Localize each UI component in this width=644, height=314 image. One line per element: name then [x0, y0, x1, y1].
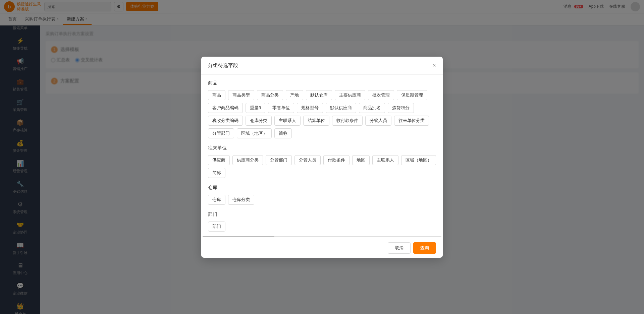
field-tag-商品类型[interactable]: 商品类型 [228, 90, 254, 100]
field-tags-goods: 商品商品类型商品分类产地默认仓库主要供应商批次管理保质期管理客户商品编码重量3零… [208, 90, 436, 138]
hscroll-thumb[interactable] [203, 236, 274, 237]
field-tag-重量3[interactable]: 重量3 [246, 103, 265, 113]
section-title-warehouse: 仓库 [208, 185, 436, 191]
field-tags-warehouse: 仓库仓库分类 [208, 195, 436, 205]
field-tag-分管人员[interactable]: 分管人员 [365, 116, 391, 126]
field-tag-分管人员[interactable]: 分管人员 [294, 155, 321, 165]
cancel-button[interactable]: 取消 [388, 242, 411, 254]
section-title-department: 部门 [208, 211, 436, 217]
modal-overlay: 分组待选字段 × 商品商品商品类型商品分类产地默认仓库主要供应商批次管理保质期管… [0, 0, 644, 314]
field-tag-简称[interactable]: 简称 [274, 128, 292, 138]
field-tag-客户商品编码[interactable]: 客户商品编码 [208, 103, 243, 113]
field-select-modal: 分组待选字段 × 商品商品商品类型商品分类产地默认仓库主要供应商批次管理保质期管… [201, 57, 443, 258]
modal-close-button[interactable]: × [432, 62, 436, 69]
field-tag-商品分类[interactable]: 商品分类 [257, 90, 283, 100]
field-tag-往来单位分类[interactable]: 往来单位分类 [394, 116, 429, 126]
field-tag-主联系人[interactable]: 主联系人 [274, 116, 301, 126]
field-tag-部门[interactable]: 部门 [208, 222, 225, 232]
field-tag-商品别名[interactable]: 商品别名 [359, 103, 385, 113]
field-tag-分管部门[interactable]: 分管部门 [266, 155, 292, 165]
modal-title: 分组待选字段 [208, 62, 238, 69]
field-tag-地区[interactable]: 地区 [352, 155, 370, 165]
field-tag-默认仓库[interactable]: 默认仓库 [306, 90, 332, 100]
field-tag-区域（地区）[interactable]: 区域（地区） [401, 155, 436, 165]
field-tag-规格型号[interactable]: 规格型号 [297, 103, 323, 113]
field-tag-结算单位[interactable]: 结算单位 [303, 116, 329, 126]
field-tag-批次管理[interactable]: 批次管理 [368, 90, 394, 100]
field-tags-partner: 供应商供应商分类分管部门分管人员付款条件地区主联系人区域（地区）简称 [208, 155, 436, 178]
confirm-button[interactable]: 查询 [413, 242, 436, 254]
field-tag-供应商分类[interactable]: 供应商分类 [232, 155, 263, 165]
field-section-warehouse: 仓库仓库仓库分类 [208, 185, 436, 205]
modal-hscroll[interactable] [201, 235, 443, 238]
modal-header: 分组待选字段 × [201, 57, 443, 75]
field-tag-保质期管理[interactable]: 保质期管理 [397, 90, 427, 100]
field-section-goods: 商品商品商品类型商品分类产地默认仓库主要供应商批次管理保质期管理客户商品编码重量… [208, 80, 436, 138]
field-tag-仓库分类[interactable]: 仓库分类 [246, 116, 272, 126]
field-section-department: 部门部门 [208, 211, 436, 232]
section-title-partner: 往来单位 [208, 145, 436, 151]
field-tag-零售单位[interactable]: 零售单位 [268, 103, 294, 113]
field-tag-默认供应商[interactable]: 默认供应商 [326, 103, 356, 113]
field-section-partner: 往来单位供应商供应商分类分管部门分管人员付款条件地区主联系人区域（地区）简称 [208, 145, 436, 178]
modal-body[interactable]: 商品商品商品类型商品分类产地默认仓库主要供应商批次管理保质期管理客户商品编码重量… [201, 75, 443, 235]
field-tag-付款条件[interactable]: 付款条件 [323, 155, 350, 165]
field-tag-仓库分类[interactable]: 仓库分类 [228, 195, 254, 205]
field-tag-产地[interactable]: 产地 [286, 90, 303, 100]
horizontal-scrollbar[interactable] [203, 236, 441, 237]
field-tag-分管部门[interactable]: 分管部门 [208, 128, 234, 138]
field-tag-税收分类编码[interactable]: 税收分类编码 [208, 116, 243, 126]
field-tag-商品[interactable]: 商品 [208, 90, 225, 100]
field-tag-供应商[interactable]: 供应商 [208, 155, 230, 165]
field-tag-主联系人[interactable]: 主联系人 [372, 155, 398, 165]
modal-footer: 取消 查询 [201, 238, 443, 258]
field-tag-仓库[interactable]: 仓库 [208, 195, 225, 205]
section-title-goods: 商品 [208, 80, 436, 86]
field-tag-简称[interactable]: 简称 [208, 168, 225, 178]
field-tags-department: 部门 [208, 222, 436, 232]
field-tag-主要供应商[interactable]: 主要供应商 [335, 90, 365, 100]
field-tag-收付款条件[interactable]: 收付款条件 [332, 116, 363, 126]
field-tag-区域（地区）[interactable]: 区域（地区） [237, 128, 272, 138]
field-tag-炼货积分[interactable]: 炼货积分 [388, 103, 414, 113]
